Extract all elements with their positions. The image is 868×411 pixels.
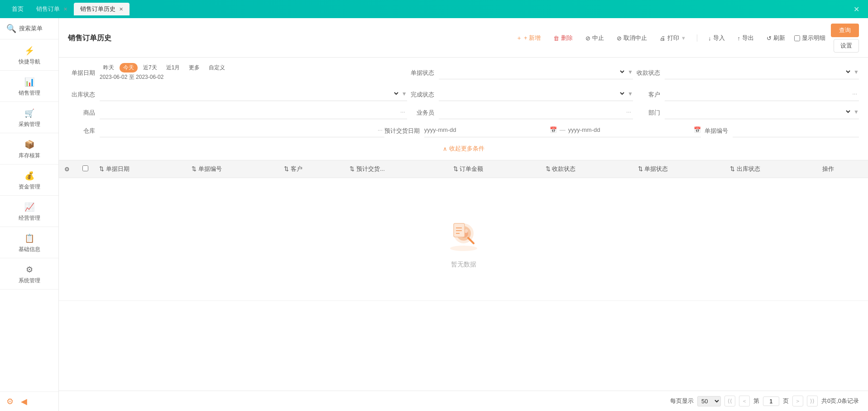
salesperson-control[interactable]: ··· [439, 106, 633, 119]
th-checkbox[interactable] [77, 160, 94, 178]
window-close-button[interactable]: ✕ [850, 3, 863, 15]
export-icon: ↑ [738, 35, 741, 42]
last-page-button[interactable]: ⟩⟩ [807, 396, 818, 406]
empty-state-illustration [441, 210, 486, 255]
sidebar-item-base-info[interactable]: 📋 基础信息 [0, 227, 58, 258]
tab-home[interactable]: 首页 [5, 3, 30, 15]
filter-row-3: 商品 ··· 业务员 ··· 部门 [68, 106, 859, 119]
date-chip-1month[interactable]: 近1月 [163, 63, 184, 73]
doc-number-input[interactable] [733, 126, 859, 133]
refresh-button[interactable]: ↺ 刷新 [763, 32, 789, 44]
th-expected-delivery[interactable]: ⇅ 预计交货... [344, 160, 447, 178]
import-button[interactable]: ↓ 导入 [705, 32, 729, 44]
delivery-status-control[interactable]: ▼ [100, 88, 407, 101]
delivery-status-select[interactable] [100, 90, 400, 97]
warehouse-dots-icon[interactable]: ··· [376, 126, 384, 133]
filter-doc-status: 单据状态 ▼ [407, 67, 633, 79]
sidebar-item-quick-nav[interactable]: ⚡ 快捷导航 [0, 39, 58, 71]
print-button[interactable]: 🖨 打印 ▼ [656, 32, 690, 44]
th-doc-status[interactable]: ⇅ 单据状态 [633, 160, 725, 178]
completion-status-select[interactable] [439, 90, 626, 97]
th-number[interactable]: ⇅ 单据编号 [186, 160, 278, 178]
salesperson-dots-icon[interactable]: ··· [624, 108, 633, 115]
new-button[interactable]: ＋ + 新增 [513, 32, 544, 44]
page-size-label: 每页显示 [670, 397, 694, 405]
tab-sales-order-close[interactable]: ✕ [63, 6, 67, 12]
delete-button[interactable]: 🗑 删除 [550, 32, 576, 44]
page-number-input[interactable] [763, 396, 779, 406]
product-input[interactable] [100, 108, 398, 115]
sidebar-settings-icon[interactable]: ⚙ [6, 396, 14, 406]
settings-icon[interactable]: ⚙ [64, 166, 70, 173]
date-range-text: 2023-06-02 至 2023-06-02 [100, 73, 163, 81]
sidebar-collapse-icon[interactable]: ◀ [21, 396, 27, 406]
page-size-select[interactable]: 50 10 20 100 [697, 396, 721, 406]
date-chip-more[interactable]: 更多 [185, 63, 203, 73]
completion-status-control[interactable]: ▼ [439, 88, 633, 101]
cancel-stop-button[interactable]: ⊘ 取消中止 [613, 32, 651, 44]
date-chip-yesterday[interactable]: 昨天 [100, 63, 118, 73]
doc-status-control[interactable]: ▼ [439, 67, 633, 79]
customer-control[interactable]: ··· [665, 88, 859, 101]
warehouse-control[interactable]: ··· [100, 125, 384, 137]
date-chip-custom[interactable]: 自定义 [205, 63, 229, 73]
warehouse-label: 仓库 [68, 127, 100, 135]
sidebar-item-operations[interactable]: 📈 经营管理 [0, 196, 58, 227]
refresh-icon: ↺ [767, 35, 772, 42]
next-page-button[interactable]: ＞ [792, 396, 803, 406]
doc-number-control[interactable] [733, 125, 859, 137]
th-date[interactable]: ⇅ 单据日期 [94, 160, 186, 178]
settings-button[interactable]: 设置 [834, 39, 859, 53]
tab-sales-history[interactable]: 销售订单历史 ✕ [74, 3, 129, 15]
first-page-button[interactable]: ⟨⟨ [724, 396, 735, 406]
th-settings[interactable]: ⚙ [59, 160, 77, 178]
calendar-start-icon[interactable]: 📅 [550, 126, 557, 133]
delivery-status-chevron-icon: ▼ [402, 91, 407, 97]
tab-sales-order[interactable]: 销售订单 ✕ [30, 3, 74, 15]
customer-input[interactable] [665, 90, 850, 97]
calendar-end-icon[interactable]: 📅 [694, 126, 701, 133]
completion-status-label: 完成状态 [407, 91, 439, 99]
product-control[interactable]: ··· [100, 106, 407, 119]
th-customer[interactable]: ⇅ 客户 [278, 160, 344, 178]
collapse-more-button[interactable]: ∧ 收起更多条件 [68, 143, 859, 156]
display-detail-checkbox-label[interactable]: 显示明细 [794, 34, 825, 42]
display-detail-checkbox[interactable] [794, 35, 800, 41]
prev-page-button[interactable]: ＜ [739, 396, 750, 406]
doc-status-chevron-icon: ▼ [628, 69, 633, 75]
completion-status-chevron-icon: ▼ [628, 91, 633, 97]
sidebar-search[interactable]: 🔍 搜索菜单 [0, 18, 58, 39]
filter-completion-status: 完成状态 ▼ [407, 88, 633, 101]
sidebar-item-inventory[interactable]: 📦 库存核算 [0, 133, 58, 164]
tab-sales-history-close[interactable]: ✕ [119, 6, 123, 12]
page-label: 页 [783, 397, 789, 405]
department-select[interactable] [665, 108, 852, 116]
delivery-date-end-input[interactable] [568, 126, 691, 133]
filter-doc-number: 单据编号 [701, 125, 859, 137]
stop-button[interactable]: ⊘ 中止 [582, 32, 608, 44]
th-delivery-status[interactable]: ⇅ 出库状态 [724, 160, 817, 178]
sidebar-item-finance[interactable]: 💰 资金管理 [0, 164, 58, 196]
payment-status-select[interactable] [665, 68, 852, 76]
doc-status-label: 单据状态 [407, 69, 439, 77]
select-all-checkbox[interactable] [82, 165, 88, 171]
delivery-status-label: 出库状态 [68, 91, 100, 99]
product-dots-icon[interactable]: ··· [398, 108, 407, 115]
search-icon: 🔍 [6, 24, 16, 34]
date-chip-today[interactable]: 今天 [120, 63, 138, 73]
date-chip-7days[interactable]: 近7天 [139, 63, 161, 73]
payment-status-control[interactable]: ▼ [665, 67, 859, 79]
warehouse-input[interactable] [100, 126, 376, 133]
department-control[interactable]: ▼ [665, 106, 859, 119]
sidebar-item-purchase[interactable]: 🛒 采购管理 [0, 102, 58, 133]
query-button[interactable]: 查询 [831, 24, 859, 37]
delivery-date-start-input[interactable] [424, 126, 547, 133]
customer-dots-icon[interactable]: ··· [850, 90, 859, 97]
th-payment-status[interactable]: ⇅ 收款状态 [540, 160, 633, 178]
sidebar-item-system[interactable]: ⚙ 系统管理 [0, 258, 58, 290]
sidebar-item-sales[interactable]: 📊 销售管理 [0, 71, 58, 102]
export-button[interactable]: ↑ 导出 [734, 32, 758, 44]
salesperson-input[interactable] [439, 108, 624, 115]
doc-status-select[interactable] [439, 68, 626, 76]
th-amount[interactable]: ⇅ 订单金额 [448, 160, 540, 178]
